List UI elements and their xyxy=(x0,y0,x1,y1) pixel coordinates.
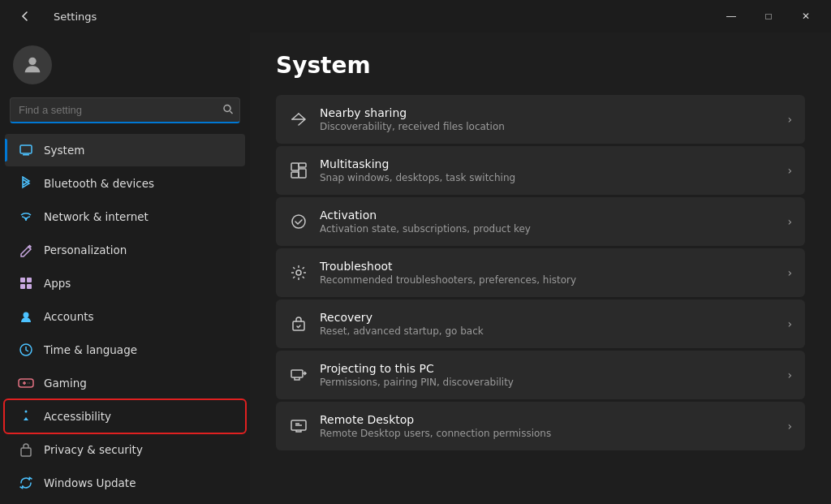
setting-name-recovery: Recovery xyxy=(320,311,484,324)
sidebar-label-network: Network & internet xyxy=(44,210,149,223)
svg-point-18 xyxy=(296,270,301,275)
setting-left: Projecting to this PC Permissions, pairi… xyxy=(289,362,514,388)
chevron-icon: › xyxy=(787,215,792,228)
setting-name-nearby: Nearby sharing xyxy=(320,106,505,119)
setting-name-troubleshoot: Troubleshoot xyxy=(320,260,576,273)
recovery-icon xyxy=(289,314,308,334)
privacy-icon xyxy=(18,442,34,458)
app-title: Settings xyxy=(54,11,97,23)
sidebar-item-personalization[interactable]: Personalization xyxy=(5,234,245,266)
search-input[interactable] xyxy=(10,97,240,123)
minimize-button[interactable]: — xyxy=(713,3,750,29)
setting-text-recovery: Recovery Reset, advanced startup, go bac… xyxy=(320,311,484,337)
titlebar-left: Settings xyxy=(6,3,97,29)
svg-rect-6 xyxy=(20,284,25,289)
sidebar-item-gaming[interactable]: Gaming xyxy=(5,367,245,399)
svg-rect-14 xyxy=(299,163,306,167)
sidebar-item-bluetooth[interactable]: Bluetooth & devices xyxy=(5,167,245,200)
sidebar-label-privacy: Privacy & security xyxy=(44,443,143,456)
setting-text-multitasking: Multitasking Snap windows, desktops, tas… xyxy=(320,157,515,183)
setting-troubleshoot[interactable]: Troubleshoot Recommended troubleshooters… xyxy=(276,248,805,297)
personalization-icon xyxy=(18,242,34,258)
maximize-button[interactable]: □ xyxy=(750,3,787,29)
setting-left: Nearby sharing Discoverability, received… xyxy=(289,106,505,132)
setting-nearby-sharing[interactable]: Nearby sharing Discoverability, received… xyxy=(276,95,805,144)
setting-desc-troubleshoot: Recommended troubleshooters, preferences… xyxy=(320,274,576,286)
sidebar-item-apps[interactable]: Apps xyxy=(5,267,245,299)
gaming-icon xyxy=(18,375,34,391)
setting-remote-desktop[interactable]: Remote Desktop Remote Desktop users, con… xyxy=(276,402,805,450)
setting-desc-multitasking: Snap windows, desktops, task switching xyxy=(320,172,515,183)
chevron-icon: › xyxy=(787,317,792,330)
svg-rect-5 xyxy=(27,278,32,282)
svg-rect-3 xyxy=(23,154,29,156)
svg-rect-12 xyxy=(21,448,31,456)
sidebar-item-accessibility[interactable]: Accessibility xyxy=(5,400,245,433)
svg-rect-2 xyxy=(20,145,32,153)
sidebar-item-accounts[interactable]: Accounts xyxy=(5,300,245,333)
apps-icon xyxy=(18,275,34,291)
chevron-icon: › xyxy=(787,113,792,126)
sidebar-label-system: System xyxy=(44,144,84,157)
sidebar: System Bluetooth & devices Network xyxy=(0,32,250,504)
svg-rect-7 xyxy=(27,284,32,289)
chevron-icon: › xyxy=(787,266,792,279)
sidebar-item-time[interactable]: Time & language xyxy=(5,334,245,366)
sidebar-label-gaming: Gaming xyxy=(44,377,87,390)
setting-desc-remote-desktop: Remote Desktop users, connection permiss… xyxy=(320,428,551,439)
remote-desktop-icon xyxy=(289,416,308,436)
setting-left: Activation Activation state, subscriptio… xyxy=(289,209,531,235)
window-controls: — □ ✕ xyxy=(713,3,825,29)
setting-text-projecting: Projecting to this PC Permissions, pairi… xyxy=(320,362,514,388)
close-button[interactable]: ✕ xyxy=(787,3,825,29)
svg-point-8 xyxy=(24,312,29,318)
titlebar: Settings — □ ✕ xyxy=(0,0,831,32)
back-button[interactable] xyxy=(6,3,44,29)
accessibility-icon xyxy=(18,408,34,424)
setting-text-activation: Activation Activation state, subscriptio… xyxy=(320,209,531,235)
troubleshoot-icon xyxy=(289,263,308,282)
update-icon xyxy=(18,475,34,491)
setting-multitasking[interactable]: Multitasking Snap windows, desktops, tas… xyxy=(276,146,805,195)
setting-desc-nearby: Discoverability, received files location xyxy=(320,121,505,132)
sidebar-item-network[interactable]: Network & internet xyxy=(5,200,245,233)
setting-text-remote-desktop: Remote Desktop Remote Desktop users, con… xyxy=(320,413,551,439)
multitasking-icon xyxy=(289,161,308,180)
accounts-icon xyxy=(18,308,34,325)
activation-icon xyxy=(289,212,308,231)
setting-recovery[interactable]: Recovery Reset, advanced startup, go bac… xyxy=(276,299,805,348)
profile-section xyxy=(0,32,250,91)
svg-point-11 xyxy=(25,411,28,413)
svg-rect-16 xyxy=(299,169,306,178)
setting-projecting[interactable]: Projecting to this PC Permissions, pairi… xyxy=(276,351,805,399)
bluetooth-icon xyxy=(18,175,34,192)
setting-left: Multitasking Snap windows, desktops, tas… xyxy=(289,157,515,183)
setting-desc-projecting: Permissions, pairing PIN, discoverabilit… xyxy=(320,377,514,388)
chevron-icon: › xyxy=(787,164,792,177)
chevron-icon: › xyxy=(787,368,792,381)
main-content: System Nearby sharing Discoverability, r… xyxy=(250,32,831,504)
sidebar-item-privacy[interactable]: Privacy & security xyxy=(5,433,245,466)
setting-name-projecting: Projecting to this PC xyxy=(320,362,514,375)
chevron-icon: › xyxy=(787,420,792,433)
sidebar-label-apps: Apps xyxy=(44,277,71,290)
setting-desc-activation: Activation state, subscriptions, product… xyxy=(320,223,531,235)
avatar xyxy=(13,45,52,84)
svg-rect-15 xyxy=(291,172,299,178)
svg-rect-19 xyxy=(293,321,304,330)
user-icon xyxy=(21,54,44,76)
sidebar-item-system[interactable]: System xyxy=(5,134,245,166)
sidebar-label-bluetooth: Bluetooth & devices xyxy=(44,177,154,190)
setting-name-activation: Activation xyxy=(320,209,531,222)
sidebar-label-personalization: Personalization xyxy=(44,243,127,256)
settings-list: Nearby sharing Discoverability, received… xyxy=(276,95,805,450)
search-box xyxy=(10,97,240,123)
setting-desc-recovery: Reset, advanced startup, go back xyxy=(320,325,484,337)
svg-rect-4 xyxy=(20,278,25,282)
setting-name-multitasking: Multitasking xyxy=(320,157,515,170)
setting-activation[interactable]: Activation Activation state, subscriptio… xyxy=(276,197,805,246)
setting-left: Remote Desktop Remote Desktop users, con… xyxy=(289,413,551,439)
system-icon xyxy=(18,142,34,158)
sidebar-item-update[interactable]: Windows Update xyxy=(5,467,245,499)
sidebar-label-accessibility: Accessibility xyxy=(44,410,111,423)
